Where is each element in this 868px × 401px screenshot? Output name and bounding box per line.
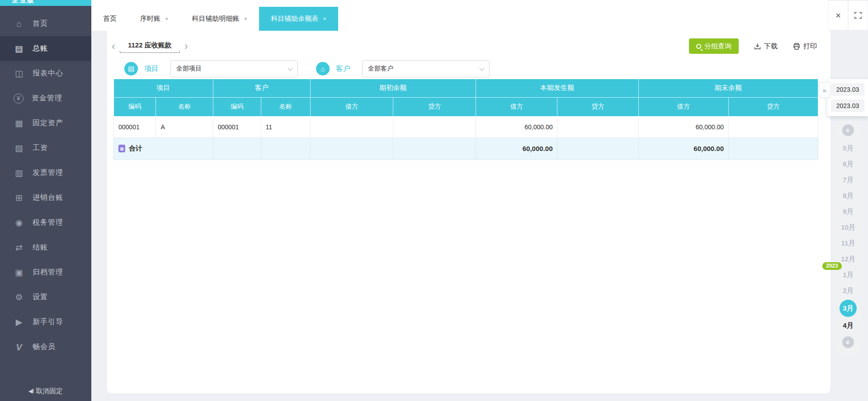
cell-project-name: A (156, 116, 213, 137)
sidebar-item-report-center[interactable]: ◫ 报表中心 (0, 61, 91, 86)
sidebar-item-funds[interactable]: ¥ 资金管理 (0, 86, 91, 111)
col-header: 名称 (261, 97, 310, 116)
scroll-up-button[interactable]: « (842, 124, 854, 136)
sidebar-item-label: 结账 (33, 243, 48, 252)
printer-icon (793, 43, 800, 50)
sidebar-item-archive[interactable]: ▣ 归档管理 (0, 260, 91, 285)
tab-aux-detail-ledger[interactable]: 科目辅助明细账 × (180, 7, 259, 31)
purchase-sales-icon: ⊞ (14, 193, 24, 203)
account-title: 1122 应收账款 (120, 39, 180, 53)
period-entry[interactable]: 2023.03 (831, 83, 864, 96)
chevron-down-icon (288, 66, 292, 71)
total-ending-credit (729, 137, 818, 160)
period-entry[interactable]: 2023.03 (831, 99, 864, 112)
month-item-11[interactable]: 11月 (841, 236, 855, 251)
vip-icon: V (14, 342, 24, 353)
sidebar-item-fixed-assets[interactable]: ▦ 固定资产 (0, 111, 91, 136)
col-header: 贷方 (393, 97, 476, 116)
tab-label: 科目辅助余额表 (271, 14, 318, 23)
total-row: ▦ 合计 60,000.00 60,000.00 (114, 137, 818, 160)
month-item-8[interactable]: 8月 (843, 188, 853, 204)
close-tab-icon[interactable]: × (165, 15, 169, 22)
group-query-button[interactable]: 分组查询 (689, 38, 739, 54)
customer-filter-label: 客户 (336, 64, 350, 74)
sidebar-item-purchase-sales[interactable]: ⊞ 进销台账 (0, 185, 91, 210)
close-icon: × (835, 10, 841, 21)
summary-icon: ▦ (118, 145, 125, 152)
month-item-2[interactable]: 2月 (843, 283, 853, 299)
scroll-down-button[interactable]: » (842, 336, 854, 348)
unpin-sidebar-button[interactable]: ◀‖ 取消固定 (0, 381, 91, 401)
col-header: 编码 (114, 97, 156, 116)
sidebar-item-payroll[interactable]: ▧ 工资 (0, 136, 91, 160)
sidebar-item-label: 畅会员 (33, 342, 56, 352)
total-label: 合计 (129, 144, 142, 153)
table-row[interactable]: 000001 A 000001 11 60,000.00 60,000.00 (114, 116, 818, 137)
tab-journal[interactable]: 序时账 × (128, 7, 180, 31)
sidebar-item-general-ledger[interactable]: ▤ 总账 (0, 36, 91, 61)
collapse-icon: ◀‖ (28, 388, 33, 394)
next-account-button[interactable]: › (180, 39, 193, 53)
sidebar-item-guide[interactable]: ▶ 新手引导 (0, 310, 91, 335)
month-item-7[interactable]: 7月 (843, 172, 853, 188)
cell-customer-name: 11 (261, 116, 310, 137)
sidebar-item-invoice[interactable]: ▥ 发票管理 (0, 160, 91, 185)
closing-icon: ⇄ (14, 242, 24, 253)
sidebar-item-home[interactable]: ⌂ 首页 (0, 11, 91, 36)
play-icon: ▶ (14, 317, 24, 328)
col-group-period-activity: 本期发生额 (476, 79, 638, 97)
month-picker: « 5月 6月 7月 8月 9月 10月 11月 12月 1月 2月 3月 4月… (834, 118, 862, 356)
close-tab-icon[interactable]: × (244, 15, 248, 22)
col-group-ending-balance: 期末余额 (638, 79, 818, 97)
cell-ending-debit: 60,000.00 (638, 116, 728, 137)
col-header: 编码 (213, 97, 261, 116)
sidebar-item-label: 固定资产 (33, 118, 63, 128)
cell-customer-code: 000001 (213, 116, 261, 137)
sidebar: 企业版 ⌂ 首页 ▤ 总账 ◫ 报表中心 ¥ 资金管理 ▦ 固定资产 ▧ 工资 … (0, 0, 91, 401)
project-select[interactable]: 全部项目 (170, 60, 298, 77)
download-icon (754, 43, 761, 50)
month-item-6[interactable]: 6月 (843, 156, 853, 172)
tab-label: 序时账 (140, 14, 160, 23)
download-button[interactable]: 下载 (754, 42, 778, 51)
cell-period-credit (557, 116, 638, 137)
month-item-4[interactable]: 4月 (843, 318, 853, 334)
col-header: 借方 (310, 97, 393, 116)
sidebar-item-label: 资金管理 (32, 94, 62, 103)
sidebar-item-label: 工资 (33, 143, 48, 153)
sidebar-item-label: 报表中心 (33, 69, 63, 78)
period-list: 2023.03 2023.03 (827, 79, 868, 116)
col-group-customer: 客户 (213, 79, 310, 97)
project-filter-label: 项目 (144, 64, 159, 74)
sidebar-item-closing[interactable]: ⇄ 结账 (0, 235, 91, 260)
double-chevron-right-icon: » (823, 86, 826, 94)
cell-period-debit: 60,000.00 (476, 116, 557, 137)
fullscreen-button[interactable] (849, 1, 868, 30)
sidebar-item-settings[interactable]: ⚙ 设置 (0, 285, 91, 310)
tab-home[interactable]: 首页 (91, 7, 128, 31)
balance-table: 项目 客户 期初余额 本期发生额 期末余额 编码 名称 编码 名称 借方 贷方 … (113, 79, 818, 160)
sidebar-item-tax[interactable]: ◉ 税务管理 (0, 210, 91, 235)
expand-columns-button[interactable]: » (819, 82, 830, 98)
close-all-button[interactable]: × (829, 1, 848, 30)
customer-select[interactable]: 全部客户 (362, 60, 490, 77)
sidebar-item-membership[interactable]: V 畅会员 (0, 335, 91, 359)
month-item-12[interactable]: 12月 (841, 251, 855, 267)
customer-icon: ⌂ (316, 62, 330, 75)
month-item-9[interactable]: 9月 (843, 204, 853, 220)
month-item-5[interactable]: 5月 (843, 141, 853, 156)
filter-row: ▤ 项目 全部项目 ⌂ 客户 全部客户 (124, 60, 508, 78)
cell-customer-code (213, 137, 261, 160)
year-badge: 2023 (822, 262, 842, 270)
total-period-credit (557, 137, 638, 160)
print-button[interactable]: 打印 (793, 42, 817, 51)
tab-aux-balance-sheet[interactable]: 科目辅助余额表 × (259, 7, 338, 31)
close-tab-icon[interactable]: × (323, 15, 326, 22)
month-item-1[interactable]: 1月 (843, 267, 853, 283)
col-header: 贷方 (557, 97, 638, 116)
archive-icon: ▣ (14, 267, 24, 278)
month-item-10[interactable]: 10月 (841, 220, 855, 236)
prev-account-button[interactable]: ‹ (107, 39, 120, 53)
double-chevron-down-icon: » (844, 340, 852, 344)
month-item-3-selected[interactable]: 3月 (840, 300, 857, 317)
